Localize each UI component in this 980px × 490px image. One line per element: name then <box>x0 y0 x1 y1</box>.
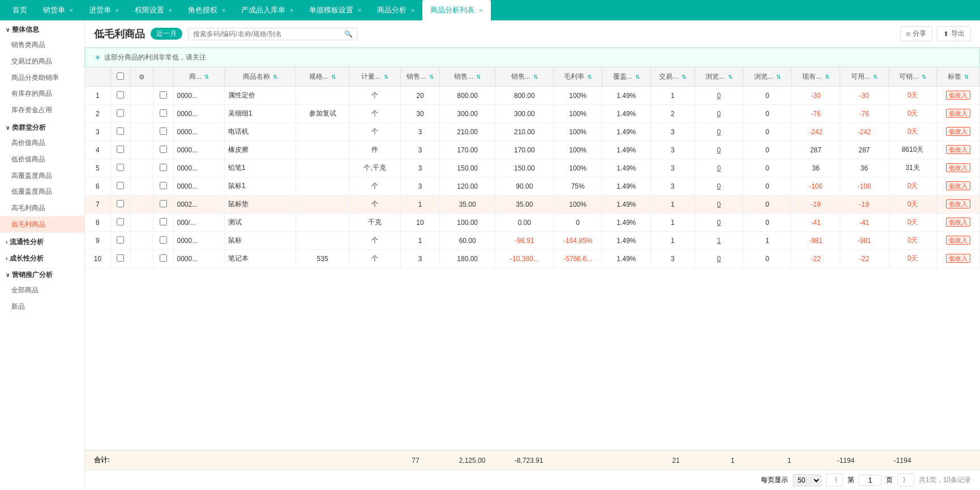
row-checkbox[interactable] <box>117 200 124 207</box>
row-check[interactable] <box>110 123 130 141</box>
sidebar-group-overall-title[interactable]: ∨整体信息 <box>0 20 84 37</box>
row-browse1[interactable]: 0 <box>695 159 743 177</box>
row-checkbox[interactable] <box>117 164 124 171</box>
row-name[interactable]: 鼠标 <box>225 232 296 250</box>
nav-purchase-order[interactable]: 进货单 × <box>81 0 127 20</box>
export-button[interactable]: ⬆ 导出 <box>937 26 971 41</box>
sidebar-item-new-goods[interactable]: 新品 <box>0 299 84 315</box>
sidebar-item-high-profit[interactable]: 高毛利商品 <box>0 200 84 216</box>
sidebar-item-capital-usage[interactable]: 库存资金占用 <box>0 102 84 118</box>
search-input[interactable] <box>193 30 344 38</box>
row-check[interactable] <box>110 159 130 177</box>
row-check[interactable] <box>110 141 130 159</box>
row-checkbox[interactable] <box>117 254 124 262</box>
row-name[interactable]: 电话机 <box>225 123 296 141</box>
close-icon[interactable]: × <box>115 7 119 14</box>
sidebar-item-instock-goods[interactable]: 有库存的商品 <box>0 86 84 102</box>
row-checkbox[interactable] <box>117 91 124 99</box>
sidebar-item-all-goods[interactable]: 全部商品 <box>0 282 84 299</box>
nav-product-analysis-list[interactable]: 商品分析列表 × <box>422 0 490 20</box>
row-check[interactable] <box>110 250 130 268</box>
row-check2[interactable] <box>153 214 173 232</box>
sidebar-item-category-rate[interactable]: 商品分类助销率 <box>0 70 84 86</box>
sidebar-group-marketing-title[interactable]: ∨营销推广分析 <box>0 266 84 282</box>
row-check[interactable] <box>110 87 130 105</box>
nav-home[interactable]: 首页 <box>5 0 35 20</box>
select-all-checkbox[interactable] <box>117 73 124 80</box>
row-name[interactable]: 鼠标垫 <box>225 195 296 214</box>
nav-template-settings[interactable]: 单据模板设置 × <box>301 0 369 20</box>
row-check[interactable] <box>110 195 130 214</box>
close-icon[interactable]: × <box>479 7 482 14</box>
row-checkbox2[interactable] <box>160 200 167 207</box>
row-checkbox[interactable] <box>117 146 124 153</box>
nav-sales-order[interactable]: 销货单 × <box>35 0 81 20</box>
row-check2[interactable] <box>153 232 173 250</box>
row-check2[interactable] <box>153 87 173 105</box>
sidebar-item-low-value[interactable]: 低价值商品 <box>0 151 84 168</box>
row-check2[interactable] <box>153 250 173 268</box>
row-browse1[interactable]: 0 <box>695 250 743 268</box>
sidebar-item-low-coverage[interactable]: 低覆盖度商品 <box>0 184 84 200</box>
row-browse1[interactable]: 0 <box>695 141 743 159</box>
prev-page-button[interactable]: 〈 <box>826 474 843 487</box>
row-name[interactable]: 测试 <box>225 214 296 232</box>
row-checkbox2[interactable] <box>160 164 167 171</box>
page-number-input[interactable] <box>859 475 881 486</box>
nav-product-entry[interactable]: 产成品入库单 × <box>233 0 301 20</box>
sidebar-item-high-value[interactable]: 高价值商品 <box>0 135 84 151</box>
row-check[interactable] <box>110 232 130 250</box>
row-name[interactable]: 橡皮擦 <box>225 141 296 159</box>
row-browse1[interactable]: 0 <box>695 195 743 214</box>
col-check-header[interactable] <box>110 67 130 87</box>
row-browse1[interactable]: 0 <box>695 177 743 195</box>
sidebar-group-cluster-title[interactable]: ∨类群堂分析 <box>0 118 84 135</box>
row-name[interactable]: 鼠标1 <box>225 177 296 195</box>
row-checkbox[interactable] <box>117 236 124 244</box>
sidebar-item-sales-goods[interactable]: 销售类商品 <box>0 37 84 53</box>
row-checkbox2[interactable] <box>160 236 167 244</box>
row-browse1[interactable]: 0 <box>695 123 743 141</box>
col-settings-header[interactable]: ⚙ <box>131 67 153 87</box>
sidebar-group-growth-title[interactable]: ›成长性分析 <box>0 249 84 266</box>
sidebar-item-low-profit[interactable]: 低毛利商品 <box>0 216 84 233</box>
row-checkbox2[interactable] <box>160 254 167 262</box>
row-checkbox[interactable] <box>117 127 124 135</box>
row-name[interactable]: 吴细细1 <box>225 105 296 123</box>
close-icon[interactable]: × <box>70 7 73 14</box>
row-checkbox2[interactable] <box>160 127 167 135</box>
row-checkbox2[interactable] <box>160 91 167 99</box>
close-icon[interactable]: × <box>222 7 225 14</box>
row-checkbox[interactable] <box>117 182 124 189</box>
row-browse1[interactable]: 0 <box>695 105 743 123</box>
share-button[interactable]: ⎋ 分享 <box>900 26 932 41</box>
row-check2[interactable] <box>153 159 173 177</box>
close-icon[interactable]: × <box>290 7 293 14</box>
close-icon[interactable]: × <box>411 7 414 14</box>
row-check[interactable] <box>110 177 130 195</box>
row-checkbox2[interactable] <box>160 146 167 153</box>
settings-icon[interactable]: ⚙ <box>139 73 145 81</box>
sidebar-group-circulation-title[interactable]: ›流通性分析 <box>0 233 84 249</box>
row-checkbox2[interactable] <box>160 109 167 117</box>
row-check2[interactable] <box>153 177 173 195</box>
page-size-select[interactable]: 50 100 200 <box>793 474 821 487</box>
row-check2[interactable] <box>153 123 173 141</box>
search-icon[interactable]: 🔍 <box>344 30 353 38</box>
row-checkbox[interactable] <box>117 109 124 117</box>
sidebar-item-traded-goods[interactable]: 交易过的商品 <box>0 53 84 70</box>
row-browse1[interactable]: 0 <box>695 87 743 105</box>
close-icon[interactable]: × <box>358 7 361 14</box>
row-check2[interactable] <box>153 195 173 214</box>
row-check[interactable] <box>110 105 130 123</box>
row-browse1[interactable]: 1 <box>695 232 743 250</box>
row-name[interactable]: 铅笔1 <box>225 159 296 177</box>
row-name[interactable]: 笔记本 <box>225 250 296 268</box>
next-page-button[interactable]: 〉 <box>897 474 914 487</box>
row-check2[interactable] <box>153 141 173 159</box>
nav-product-analysis[interactable]: 商品分析 × <box>369 0 422 20</box>
row-checkbox[interactable] <box>117 218 124 225</box>
nav-permission[interactable]: 权限设置 × <box>127 0 180 20</box>
row-checkbox2[interactable] <box>160 182 167 189</box>
table-container[interactable]: ⚙ 商... ⇅ 商品名称 ⇅ 规格... ⇅ 计量... ⇅ 销售... ⇅ … <box>85 67 980 450</box>
